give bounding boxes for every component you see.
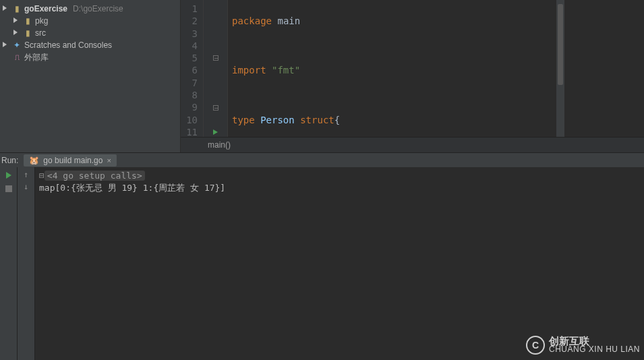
run-left-toolbar — [0, 167, 18, 360]
code-area[interactable]: 1234567891011121314151617181920212223 pa… — [181, 0, 644, 137]
run-toolwindow: ↑ ↓ ⊟<4 go setup calls> map[0:{张无忌 男 19}… — [0, 167, 644, 360]
run-tab[interactable]: 🐹 go build main.go × — [24, 154, 117, 167]
tree-item-path: D:\goExercise — [73, 4, 123, 13]
down-button[interactable]: ↓ — [24, 182, 28, 191]
svg-marker-0 — [3, 5, 7, 11]
folder-icon: ▮ — [23, 28, 32, 38]
tree-item-project-root[interactable]: ▮ goExercise D:\goExercise — [0, 3, 180, 15]
tree-item-scratches[interactable]: ✦ Scratches and Consoles — [0, 39, 180, 51]
watermark-logo-icon: C — [526, 336, 545, 355]
tree-item-label: Scratches and Consoles — [24, 40, 112, 50]
tree-item-pkg[interactable]: ▮ pkg — [0, 15, 180, 27]
svg-marker-3 — [3, 42, 7, 47]
svg-marker-2 — [13, 30, 18, 35]
tree-item-external-libs[interactable]: ⎍ 外部库 — [0, 51, 180, 63]
tree-item-label: pkg — [35, 16, 48, 26]
go-file-icon: 🐹 — [29, 156, 39, 165]
run-tab-label: go build main.go — [43, 156, 103, 165]
stop-button[interactable] — [3, 183, 14, 194]
tree-item-label: 外部库 — [24, 52, 49, 63]
run-secondary-toolbar: ↑ ↓ — [18, 167, 35, 360]
folder-icon: ▮ — [12, 4, 22, 13]
scratch-icon: ✦ — [12, 40, 22, 50]
rerun-button[interactable] — [3, 170, 14, 181]
spacer — [3, 54, 9, 61]
library-icon: ⎍ — [12, 53, 22, 62]
fold-icon[interactable] — [213, 55, 218, 61]
console-folded-region[interactable]: <4 go setup calls> — [45, 171, 145, 181]
run-gutter-icon[interactable] — [213, 129, 218, 135]
svg-marker-1 — [13, 18, 18, 23]
breadcrumb-item[interactable]: main() — [208, 140, 231, 150]
tree-item-src[interactable]: ▮ src — [0, 27, 180, 39]
watermark-line2: CHUANG XIN HU LIAN — [549, 345, 640, 354]
chevron-right-icon[interactable] — [13, 18, 20, 24]
run-toolwindow-header: Run: 🐹 go build main.go × — [0, 152, 644, 167]
chevron-right-icon[interactable] — [13, 30, 20, 36]
console-line: map[0:{张无忌 男 19} 1:{周芷若 女 17}] — [39, 182, 640, 194]
chevron-right-icon[interactable] — [3, 5, 9, 12]
gutter-icons[interactable] — [204, 0, 228, 137]
breadcrumb[interactable]: main() — [181, 137, 644, 152]
run-label: Run: — [1, 156, 18, 165]
editor: 1234567891011121314151617181920212223 pa… — [181, 0, 644, 152]
watermark: C 创新互联 CHUANG XIN HU LIAN — [526, 336, 640, 355]
tree-item-label: src — [35, 28, 46, 38]
folder-icon: ▮ — [23, 16, 32, 26]
project-tree: ▮ goExercise D:\goExercise ▮ pkg ▮ — [0, 0, 180, 63]
project-sidebar: ▮ goExercise D:\goExercise ▮ pkg ▮ — [0, 0, 181, 152]
fold-icon[interactable] — [213, 105, 218, 111]
console-output[interactable]: ⊟<4 go setup calls> map[0:{张无忌 男 19} 1:{… — [35, 167, 644, 360]
close-icon[interactable]: × — [107, 156, 111, 164]
up-button[interactable]: ↑ — [24, 170, 28, 179]
line-number-gutter[interactable]: 1234567891011121314151617181920212223 — [181, 0, 204, 137]
code-text[interactable]: package main import "fmt" type Person st… — [228, 0, 556, 137]
chevron-right-icon[interactable] — [3, 42, 9, 49]
editor-scrollbar[interactable] — [556, 0, 564, 137]
scrollbar-thumb[interactable] — [558, 4, 563, 85]
tree-item-label: goExercise — [24, 4, 67, 13]
